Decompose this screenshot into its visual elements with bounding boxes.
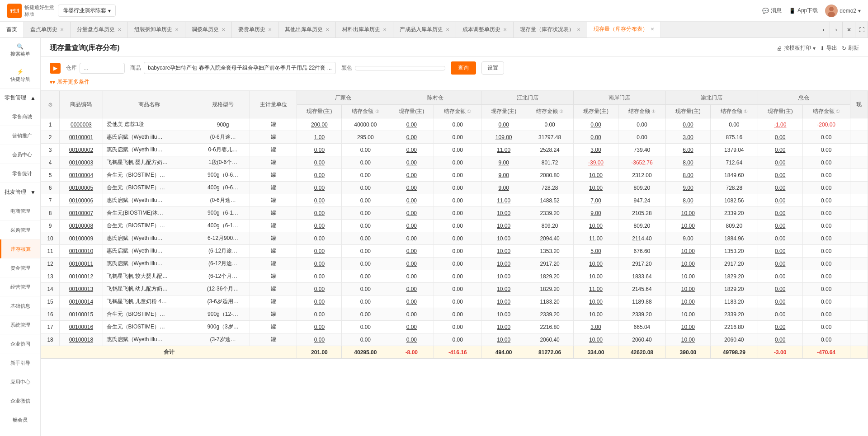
- tab-product-in[interactable]: 产成品入库单历史 ✕: [393, 22, 456, 38]
- tab-inventory-dist[interactable]: 现存量（库存分布表） ✕: [587, 22, 661, 38]
- cell-cc-qty[interactable]: 0.00: [389, 283, 434, 295]
- cell-zc-qty[interactable]: 0.00: [758, 207, 802, 220]
- cell-cc-qty[interactable]: 0.00: [389, 118, 434, 131]
- sidebar-item-retail-mgmt[interactable]: 零售管理 ▲: [0, 89, 40, 107]
- cell-yb-qty[interactable]: 10.00: [665, 220, 710, 232]
- cell-cj-qty[interactable]: 0.00: [297, 308, 342, 321]
- cell-code[interactable]: 00100005: [60, 182, 103, 194]
- cell-na-qty[interactable]: 10.00: [574, 169, 618, 182]
- cell-cc-qty[interactable]: 0.00: [389, 258, 434, 270]
- cell-na-qty[interactable]: 10.00: [574, 220, 618, 232]
- cell-cc-qty[interactable]: 0.00: [389, 321, 434, 333]
- cell-na-qty[interactable]: 7.00: [574, 194, 618, 207]
- cell-jb-qty[interactable]: 109.00: [481, 131, 526, 144]
- info-icon-1[interactable]: ①: [375, 109, 379, 114]
- cell-zc-qty[interactable]: 0.00: [758, 169, 802, 182]
- cell-zc-qty[interactable]: 0.00: [758, 194, 802, 207]
- refresh-btn[interactable]: ↻ 刷新: [842, 44, 859, 52]
- cell-cc-qty[interactable]: 0.00: [389, 308, 434, 321]
- cell-cc-qty[interactable]: 0.00: [389, 270, 434, 283]
- cell-code[interactable]: 00100009: [60, 232, 103, 245]
- export-btn[interactable]: ⬇ 导出: [820, 44, 837, 52]
- sidebar-item-inventory[interactable]: 库存核算: [0, 239, 40, 258]
- cell-code[interactable]: 00100001: [60, 131, 103, 144]
- tab-transfer[interactable]: 调拨单历史 ✕: [185, 22, 232, 38]
- cell-na-qty[interactable]: 10.00: [574, 295, 618, 308]
- cell-zc-qty[interactable]: 0.00: [758, 333, 802, 346]
- cell-code[interactable]: 00100012: [60, 270, 103, 283]
- tab-close-inventory-status[interactable]: ✕: [577, 27, 580, 32]
- sidebar-item-basic[interactable]: 基础信息: [0, 296, 40, 315]
- color-input[interactable]: [355, 66, 445, 70]
- sidebar-item-purchase[interactable]: 采购管理: [0, 220, 40, 239]
- cell-yb-qty[interactable]: 10.00: [665, 245, 710, 258]
- cell-zc-qty[interactable]: -1.00: [758, 118, 802, 131]
- cell-code[interactable]: 00100003: [60, 156, 103, 169]
- cell-cc-qty[interactable]: 0.00: [389, 220, 434, 232]
- tab-close-product-in[interactable]: ✕: [446, 27, 449, 32]
- cell-cj-qty[interactable]: 0.00: [297, 245, 342, 258]
- cell-na-qty[interactable]: 5.00: [574, 245, 618, 258]
- cell-cj-qty[interactable]: 0.00: [297, 169, 342, 182]
- cell-yb-qty[interactable]: 6.00: [665, 144, 710, 156]
- cell-yb-qty[interactable]: 0.00: [665, 118, 710, 131]
- cell-yb-qty[interactable]: 8.00: [665, 169, 710, 182]
- query-btn[interactable]: 查询: [451, 61, 476, 75]
- info-icon-5[interactable]: ①: [744, 109, 748, 114]
- cell-na-qty[interactable]: 3.00: [574, 144, 618, 156]
- settings-btn[interactable]: 设置: [481, 61, 504, 75]
- expand-more-btn[interactable]: ▾▾ 展开更多条件: [50, 78, 859, 86]
- cell-code[interactable]: 00100004: [60, 169, 103, 182]
- cell-yb-qty[interactable]: 9.00: [665, 232, 710, 245]
- cell-na-qty[interactable]: 10.00: [574, 258, 618, 270]
- cell-jb-qty[interactable]: 9.00: [481, 169, 526, 182]
- sidebar-item-retail-mall[interactable]: 零售商城: [0, 107, 40, 126]
- cell-zc-qty[interactable]: 0.00: [758, 308, 802, 321]
- info-icon-6[interactable]: ①: [836, 109, 840, 114]
- cell-cj-qty[interactable]: 0.00: [297, 232, 342, 245]
- cell-jb-qty[interactable]: 10.00: [481, 232, 526, 245]
- cell-yb-qty[interactable]: 10.00: [665, 308, 710, 321]
- tab-close-material-out[interactable]: ✕: [383, 27, 387, 32]
- sidebar-item-newbie[interactable]: 新手引导: [0, 353, 40, 372]
- tab-close-requisition[interactable]: ✕: [268, 27, 272, 32]
- cell-yb-qty[interactable]: 10.00: [665, 295, 710, 308]
- cell-jb-qty[interactable]: 9.00: [481, 182, 526, 194]
- filter-toggle-btn[interactable]: ▶: [50, 63, 61, 74]
- cell-yb-qty[interactable]: 10.00: [665, 333, 710, 346]
- cell-code[interactable]: 00100014: [60, 295, 103, 308]
- tab-next-btn[interactable]: ›: [830, 22, 843, 38]
- cell-yb-qty[interactable]: 8.00: [665, 156, 710, 169]
- sidebar-item-wechat[interactable]: 企业微信: [0, 391, 40, 410]
- cell-zc-qty[interactable]: 0.00: [758, 321, 802, 333]
- cell-na-qty[interactable]: 11.00: [574, 232, 618, 245]
- cell-cj-qty[interactable]: 0.00: [297, 220, 342, 232]
- cell-yb-qty[interactable]: 9.00: [665, 182, 710, 194]
- tab-expand-btn[interactable]: ⛶: [855, 22, 868, 38]
- cell-na-qty[interactable]: 3.00: [574, 321, 618, 333]
- cell-jb-qty[interactable]: 0.00: [481, 118, 526, 131]
- cell-na-qty[interactable]: 9.00: [574, 207, 618, 220]
- cell-cj-qty[interactable]: 0.00: [297, 258, 342, 270]
- cell-na-qty[interactable]: -39.00: [574, 156, 618, 169]
- tab-cost-adjust[interactable]: 成本调整单历史 ✕: [456, 22, 514, 38]
- info-icon-3[interactable]: ①: [559, 109, 563, 114]
- cell-na-qty[interactable]: 11.00: [574, 283, 618, 295]
- tab-close-inventory-dist[interactable]: ✕: [651, 27, 654, 32]
- cell-cj-qty[interactable]: 0.00: [297, 144, 342, 156]
- user-avatar[interactable]: demo2 ▾: [825, 5, 861, 17]
- cell-zc-qty[interactable]: 0.00: [758, 258, 802, 270]
- cell-cc-qty[interactable]: 0.00: [389, 207, 434, 220]
- cell-cj-qty[interactable]: 0.00: [297, 270, 342, 283]
- tab-requisition[interactable]: 要货单历史 ✕: [232, 22, 278, 38]
- cell-yb-qty[interactable]: 3.00: [665, 131, 710, 144]
- cell-code[interactable]: 00100011: [60, 258, 103, 270]
- cell-code[interactable]: 00100006: [60, 194, 103, 207]
- cell-na-qty[interactable]: 10.00: [574, 333, 618, 346]
- tab-inventory-status[interactable]: 现存量（库存状况表） ✕: [514, 22, 587, 38]
- cell-yb-qty[interactable]: 10.00: [665, 321, 710, 333]
- industry-selector[interactable]: 母婴行业演示陈套 ▾: [58, 5, 116, 17]
- cell-cc-qty[interactable]: 0.00: [389, 232, 434, 245]
- cell-cj-qty[interactable]: 200.00: [297, 118, 342, 131]
- cell-cj-qty[interactable]: 0.00: [297, 321, 342, 333]
